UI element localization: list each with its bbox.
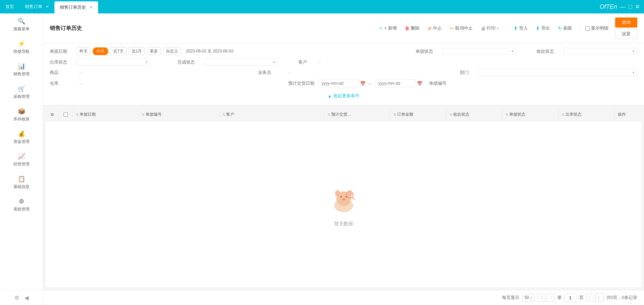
print-button[interactable]: 🖨 打印 ▾ xyxy=(479,24,501,33)
stop-button[interactable]: ⊘ 中止 xyxy=(426,24,444,33)
date-range-display: 2023-06-02 至 2023-06-02 xyxy=(186,48,233,54)
prev-page-button[interactable]: 〈 xyxy=(547,294,555,302)
stop-label: 中止 xyxy=(433,25,442,31)
filter-row-3: 商品 ··· 业务员 ··· 部门 ▾ xyxy=(50,69,637,76)
maximize-button[interactable]: □ xyxy=(629,3,632,10)
sidebar-item-sys-mgmt[interactable]: ⚙ 系统管理 xyxy=(0,194,43,216)
sidebar-item-basic-info[interactable]: 📋 基础信息 xyxy=(0,171,43,194)
order-status-select[interactable]: ▾ xyxy=(442,48,516,55)
sidebar-item-finance[interactable]: 💰 资金管理 xyxy=(0,126,43,149)
page-number-input[interactable] xyxy=(564,294,576,302)
next-page-button[interactable]: 〉 xyxy=(586,294,594,302)
svg-point-11 xyxy=(336,191,339,196)
out-status-select[interactable]: ▾ xyxy=(77,59,151,66)
date-btn-group: 昨天 今天 近7天 近1月 更多 自定义 2023-06-02 至 2023-0… xyxy=(77,47,233,55)
empty-state: 暂无数据 xyxy=(46,121,641,287)
warehouse-label: 仓库 xyxy=(50,80,77,86)
salesperson-select-dots[interactable]: ··· xyxy=(288,70,291,75)
import-icon: ⬆ xyxy=(514,26,518,31)
sidebar-item-quick-nav[interactable]: ⚡ 快捷导航 xyxy=(0,36,43,59)
th-pay[interactable]: ⇅ 收款状态 xyxy=(446,109,502,120)
th-check[interactable] xyxy=(59,110,73,119)
th-out[interactable]: ⇅ 出库状态 xyxy=(558,109,614,120)
goods-label: 商品 xyxy=(50,70,77,76)
tab-sales-order-history-close[interactable]: ✕ xyxy=(89,5,93,10)
complete-status-select[interactable]: ▾ xyxy=(204,59,278,66)
date-btn-7days[interactable]: 近7天 xyxy=(110,47,127,55)
sidebar-item-operations-label: 经营管理 xyxy=(13,161,30,167)
table-header: ⚙ ⇅ 单据日期 ⇅ 单据编号 ⇅ 客户 ⇅ xyxy=(46,108,641,121)
export-icon: ⬇ xyxy=(536,26,540,31)
first-page-button[interactable]: 《 xyxy=(537,294,545,302)
calendar-start-icon[interactable]: 📅 xyxy=(360,81,366,86)
add-label: + 新增 xyxy=(384,25,397,31)
th-num-label: 单据编号 xyxy=(145,112,162,117)
table-area: ⚙ ⇅ 单据日期 ⇅ 单据编号 ⇅ 客户 ⇅ xyxy=(46,108,641,287)
filter-row-4: 仓库 ··· 预计交货日期 📅 — 📅 单据编号 xyxy=(50,79,637,87)
th-out-label: 出库状态 xyxy=(565,112,582,117)
tab-sales-order[interactable]: 销售订单 ✕ xyxy=(19,0,54,13)
expected-date-end[interactable] xyxy=(375,79,416,87)
th-num[interactable]: ⇅ 单据编号 xyxy=(138,109,219,120)
sidebar-collapse-icon[interactable]: ◀ xyxy=(25,295,29,301)
complete-status-label: 完成状态 xyxy=(177,59,204,65)
sort-order-icon: ⇅ xyxy=(506,113,508,116)
pay-status-select[interactable]: ▾ xyxy=(563,48,637,55)
sidebar-item-search-menu[interactable]: 🔍 搜索菜单 xyxy=(0,13,43,36)
query-button[interactable]: 查询 xyxy=(615,17,637,28)
sidebar-item-operations[interactable]: 📈 经营管理 xyxy=(0,149,43,171)
tab-home-label: 首页 xyxy=(5,4,14,10)
th-amount[interactable]: ⇅ 订单金额 xyxy=(390,109,446,120)
export-button[interactable]: ⬇ 导出 xyxy=(534,24,552,33)
settings-button[interactable]: 设置 xyxy=(615,29,637,39)
cancel-stop-button[interactable]: ↩ 取消中止 xyxy=(448,24,475,33)
add-button[interactable]: ＋ + 新增 xyxy=(376,24,399,33)
close-button[interactable]: ✕ xyxy=(635,3,640,10)
last-page-button[interactable]: 》 xyxy=(596,294,604,302)
sort-amount-icon: ⇅ xyxy=(393,113,396,116)
th-order[interactable]: ⇅ 单据状态 xyxy=(502,109,558,120)
sidebar-settings-icon[interactable]: ⚙ xyxy=(14,295,19,301)
page-total: 共0页，0条记录 xyxy=(606,295,637,301)
refresh-button[interactable]: ↻ 刷新 xyxy=(556,24,574,33)
tab-sales-order-history-label: 销售订单历史 xyxy=(60,4,86,10)
tab-sales-order-history[interactable]: 销售订单历史 ✕ xyxy=(54,1,98,13)
date-btn-yesterday[interactable]: 昨天 xyxy=(77,47,91,55)
th-delivery-label: 预计交货... xyxy=(331,112,351,117)
warehouse-select-dots[interactable]: ··· xyxy=(79,81,83,86)
date-btn-1month[interactable]: 近1月 xyxy=(129,47,145,55)
collapse-up-icon: ▲ xyxy=(328,93,332,99)
date-filter-control: 昨天 今天 近7天 近1月 更多 自定义 2023-06-02 至 2023-0… xyxy=(77,47,402,55)
tab-home[interactable]: 首页 xyxy=(0,0,19,13)
delete-button[interactable]: 🗑 删除 xyxy=(403,24,422,33)
sidebar-item-sales-mgmt[interactable]: 📊 销售管理 xyxy=(0,59,43,81)
sidebar-item-inventory[interactable]: 📦 库存核算 xyxy=(0,104,43,126)
collapse-button[interactable]: ▲ 收起更多条件 xyxy=(50,91,637,101)
goods-select-dots[interactable]: ··· xyxy=(79,70,83,75)
department-select[interactable]: ▾ xyxy=(477,69,637,76)
date-btn-custom[interactable]: 自定义 xyxy=(163,47,181,55)
per-page-select[interactable]: 50 ▾ xyxy=(522,294,534,301)
th-date[interactable]: ⇅ 单据日期 xyxy=(73,109,138,120)
date-separator: — xyxy=(368,81,373,86)
minimize-button[interactable]: — xyxy=(620,3,626,10)
sort-num-icon: ⇅ xyxy=(142,113,144,116)
calendar-end-icon[interactable]: 📅 xyxy=(417,81,422,86)
import-button[interactable]: ⬆ 导入 xyxy=(512,24,530,33)
sidebar-item-purchase-mgmt[interactable]: 🛒 采购管理 xyxy=(0,81,43,104)
expected-date-start[interactable] xyxy=(318,79,359,87)
svg-point-5 xyxy=(341,196,341,197)
per-page-chevron-icon: ▾ xyxy=(530,296,532,300)
filter-row-2: 出库状态 ▾ 完成状态 ▾ 客户 ··· xyxy=(50,59,637,66)
th-gear[interactable]: ⚙ xyxy=(46,110,59,120)
th-delivery[interactable]: ⇅ 预计交货... xyxy=(324,109,390,120)
date-btn-today[interactable]: 今天 xyxy=(93,47,108,55)
customer-select-dots[interactable]: ··· xyxy=(318,60,321,65)
th-customer[interactable]: ⇅ 客户 xyxy=(219,109,324,120)
select-all-checkbox[interactable] xyxy=(63,112,68,117)
date-btn-more[interactable]: 更多 xyxy=(147,47,161,55)
display-toggle[interactable]: 显示明细 xyxy=(585,25,608,31)
display-checkbox[interactable] xyxy=(585,26,590,31)
tab-sales-order-close[interactable]: ✕ xyxy=(46,4,49,9)
tab-bar: 首页 销售订单 ✕ 销售订单历史 ✕ xyxy=(0,0,596,13)
